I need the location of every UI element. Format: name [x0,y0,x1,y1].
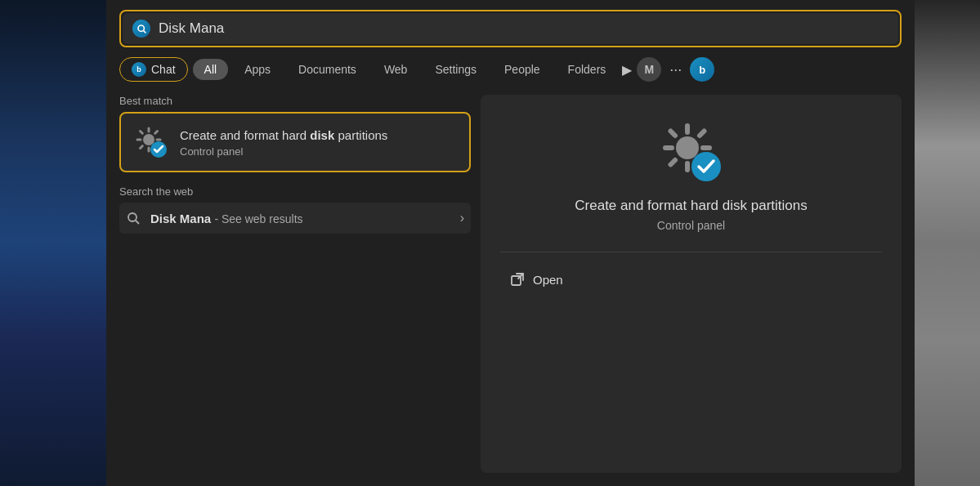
more-tabs-arrow[interactable]: ▶ [622,62,632,78]
web-search-chevron-icon: › [460,211,464,225]
tab-settings-label: Settings [435,63,477,76]
svg-point-7 [691,152,721,181]
tab-documents[interactable]: Documents [287,59,368,80]
tab-people[interactable]: People [493,59,552,80]
tab-web[interactable]: Web [373,59,419,80]
results-panel: Best match [119,95,471,473]
disk-management-icon [134,125,168,159]
tab-documents-label: Documents [298,63,356,76]
detail-panel: Create and format hard disk partitions C… [481,95,902,473]
svg-point-0 [138,25,144,31]
svg-point-4 [128,213,136,221]
right-sidebar [915,0,980,486]
open-button[interactable]: Open [500,265,573,293]
main-content: Best match [119,95,902,473]
best-match-title: Create and format hard disk partitions [180,127,456,144]
tab-people-label: People [504,63,540,76]
tab-all[interactable]: All [193,59,229,80]
search-panel: Disk Mana b Chat All Apps Documents Web … [106,0,915,486]
best-match-subtitle: Control panel [180,145,456,158]
tab-ellipsis[interactable]: ··· [666,61,685,78]
web-search-label: Search the web [119,185,471,198]
search-input-text[interactable]: Disk Mana [159,20,888,37]
tab-apps[interactable]: Apps [233,59,282,80]
search-box[interactable]: Disk Mana [123,13,898,44]
tab-folders[interactable]: Folders [557,59,618,80]
best-match-item[interactable]: Create and format hard disk partitions C… [119,112,471,172]
tab-chat-label: Chat [151,63,176,76]
detail-subtitle: Control panel [657,219,725,232]
svg-line-5 [136,221,139,224]
web-search-section: Search the web Disk Mana - See web resul… [119,185,471,234]
web-search-highlight: Disk Mana [150,212,211,225]
tab-all-label: All [204,63,217,76]
best-match-label: Best match [119,95,471,107]
tab-settings[interactable]: Settings [423,59,488,80]
tab-m-button[interactable]: M [637,57,661,82]
open-icon [510,272,525,287]
web-search-item[interactable]: Disk Mana - See web results › [119,203,471,234]
web-search-query: Disk Mana - See web results [150,212,303,225]
svg-point-2 [143,134,154,145]
search-box-wrapper: Disk Mana [119,10,902,47]
best-match-info: Create and format hard disk partitions C… [180,127,456,158]
best-match-section: Best match [119,95,471,172]
tab-apps-label: Apps [244,63,271,76]
open-label: Open [533,273,563,287]
svg-point-6 [676,136,699,159]
web-search-see-label: - See web results [214,212,302,225]
tab-folders-label: Folders [568,63,606,76]
search-icon [132,20,150,38]
svg-line-1 [143,30,145,33]
filter-tabs: b Chat All Apps Documents Web Settings P… [119,57,902,82]
left-sidebar [0,0,106,486]
divider [500,252,882,252]
bing-icon-main[interactable]: b [690,57,714,82]
detail-title: Create and format hard disk partitions [575,198,807,214]
bing-icon-chat: b [132,62,146,77]
detail-icon-area [659,119,724,185]
web-search-icon [126,211,141,225]
tab-chat[interactable]: b Chat [119,57,188,82]
tab-web-label: Web [384,63,408,76]
